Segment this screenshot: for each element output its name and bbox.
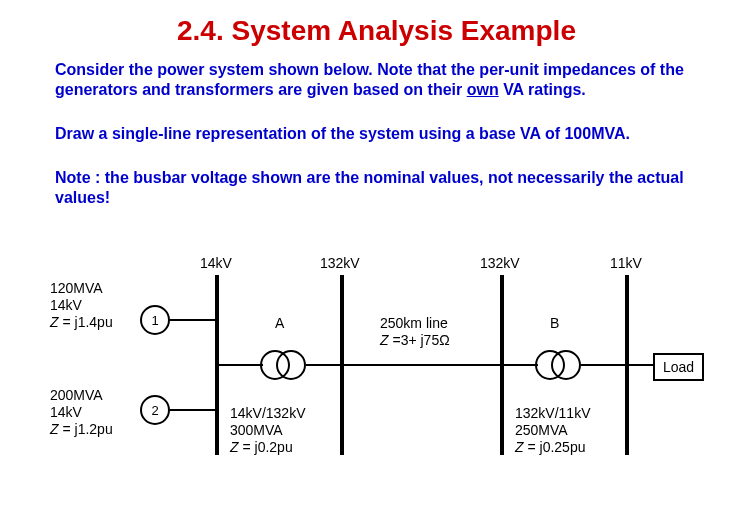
bus1-voltage: 14kV: [200, 255, 232, 271]
line-z-val: =3+ j75Ω: [389, 332, 450, 348]
paragraph-1: Consider the power system shown below. N…: [55, 60, 698, 100]
load-label: Load: [663, 359, 694, 375]
paragraph-3: Note : the busbar voltage shown are the …: [55, 168, 698, 208]
gen1-z-var: Z: [50, 314, 59, 330]
generator-2-number: 2: [151, 403, 158, 418]
xfmrA-right-line: [306, 364, 340, 366]
xfmrB-right-line: [581, 364, 625, 366]
transformer-A-symbol: [260, 350, 308, 380]
load-box: Load: [653, 353, 704, 381]
gen1-kv: 14kV: [50, 297, 82, 313]
gen2-z-var: Z: [50, 421, 59, 437]
xfmrB-label: B: [550, 315, 559, 331]
gen2-z-val: = j1.2pu: [59, 421, 113, 437]
generator-1-symbol: 1: [140, 305, 170, 335]
xfmrA-ratio: 14kV/132kV: [230, 405, 306, 421]
line-length: 250km line: [380, 315, 448, 331]
transformer-B-symbol: [535, 350, 583, 380]
gen1-connector: [169, 319, 215, 321]
bus2-voltage: 132kV: [320, 255, 360, 271]
paragraph-1-own-underline: own: [467, 81, 499, 98]
gen1-mva: 120MVA: [50, 280, 103, 296]
transmission-line: [344, 364, 500, 366]
paragraph-1-part-b: VA ratings.: [499, 81, 586, 98]
gen2-mva: 200MVA: [50, 387, 103, 403]
xfmrA-z: Z = j0.2pu: [230, 439, 293, 455]
bus3-voltage: 132kV: [480, 255, 520, 271]
xfmrB-z-var: Z: [515, 439, 524, 455]
gen1-z-val: = j1.4pu: [59, 314, 113, 330]
generator-2-symbol: 2: [140, 395, 170, 425]
generator-1-number: 1: [151, 313, 158, 328]
xfmrB-left-line: [504, 364, 538, 366]
xfmrA-left-line: [219, 364, 263, 366]
single-line-diagram: 14kV 132kV 132kV 11kV 120MVA 14kV Z = j1…: [50, 245, 700, 495]
gen2-connector: [169, 409, 215, 411]
gen1-z: Z = j1.4pu: [50, 314, 113, 330]
xfmrB-z: Z = j0.25pu: [515, 439, 585, 455]
xfmrA-z-val: = j0.2pu: [239, 439, 293, 455]
xfmrA-label: A: [275, 315, 284, 331]
load-connector: [629, 364, 653, 366]
xfmrB-mva: 250MVA: [515, 422, 568, 438]
paragraph-2: Draw a single-line representation of the…: [55, 124, 698, 144]
gen2-kv: 14kV: [50, 404, 82, 420]
xfmrA-mva: 300MVA: [230, 422, 283, 438]
xfmrA-z-var: Z: [230, 439, 239, 455]
xfmrB-ratio: 132kV/11kV: [515, 405, 591, 421]
page-title: 2.4. System Analysis Example: [0, 15, 753, 47]
gen2-z: Z = j1.2pu: [50, 421, 113, 437]
paragraph-1-part-a: Consider the power system shown below. N…: [55, 61, 684, 98]
bus4-voltage: 11kV: [610, 255, 642, 271]
line-z: Z =3+ j75Ω: [380, 332, 450, 348]
xfmrB-z-val: = j0.25pu: [524, 439, 586, 455]
line-z-var: Z: [380, 332, 389, 348]
